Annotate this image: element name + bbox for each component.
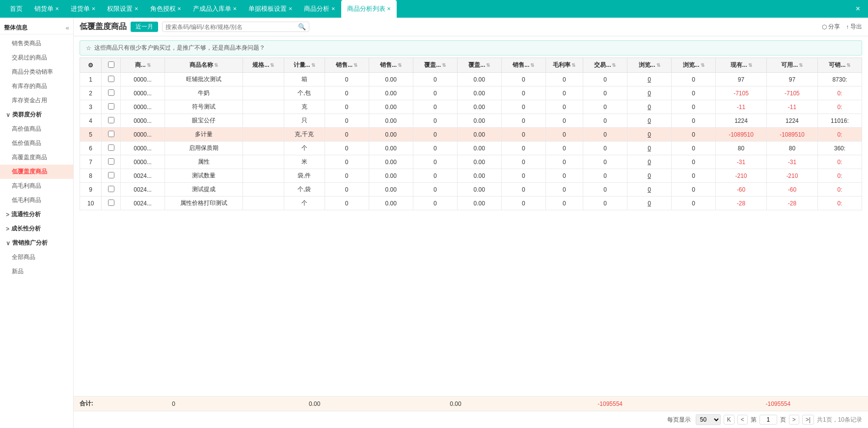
col-available-header[interactable]: 可用...⇅ xyxy=(766,58,817,73)
row-sellable: 11016: xyxy=(817,114,862,128)
share-button[interactable]: ⬡ 分享 xyxy=(822,23,840,31)
col-cover2-header[interactable]: 覆盖...⇅ xyxy=(457,58,501,73)
col-browse1-header[interactable]: 浏览...⇅ xyxy=(627,58,672,73)
sidebar-section-flow[interactable]: > 流通性分析 xyxy=(0,207,73,222)
row-checkbox[interactable] xyxy=(102,183,121,197)
sidebar-item-capital[interactable]: 库存资金占用 xyxy=(0,93,73,108)
row-browse2: 0 xyxy=(672,73,716,86)
row-browse1[interactable]: 0 xyxy=(627,128,672,142)
nav-home[interactable]: 首页 xyxy=(4,0,28,18)
page-label: 第 xyxy=(751,416,757,424)
close-button[interactable]: × xyxy=(852,4,864,13)
row-browse1[interactable]: 0 xyxy=(627,155,672,169)
settings-icon[interactable]: ⚙ xyxy=(88,62,93,69)
col-name-header[interactable]: 商品名称⇅ xyxy=(165,58,243,73)
table-container[interactable]: ⚙ 商...⇅ 商品名称⇅ 规格...⇅ 计量...⇅ 销售...⇅ 销售...… xyxy=(74,57,868,396)
export-button[interactable]: ↑ 导出 xyxy=(846,23,862,31)
select-all-checkbox[interactable] xyxy=(108,61,114,68)
row-browse1[interactable]: 0 xyxy=(627,73,672,86)
col-sales1-header[interactable]: 销售...⇅ xyxy=(325,58,369,73)
sidebar-section-marketing[interactable]: ∨ 营销推广分析 xyxy=(0,236,73,250)
sidebar-item-all-goods[interactable]: 全部商品 xyxy=(0,250,73,264)
col-cover1-header[interactable]: 覆盖...⇅ xyxy=(413,58,457,73)
col-checkbox-header[interactable] xyxy=(102,58,121,73)
nav-analysis-list[interactable]: 商品分析列表 × xyxy=(341,0,397,18)
last-page-btn[interactable]: >| xyxy=(802,415,814,425)
sidebar-item-low-coverage[interactable]: 低覆盖度商品 xyxy=(0,165,73,179)
col-spec-header[interactable]: 规格...⇅ xyxy=(243,58,284,73)
prev-page-btn[interactable]: < xyxy=(737,415,748,425)
table-row: 6 0000... 启用保质期 个 0 0.00 0 0.00 0 0 0 0 … xyxy=(80,142,862,155)
row-checkbox[interactable] xyxy=(102,114,121,128)
row-available: 80 xyxy=(766,142,817,155)
row-checkbox[interactable] xyxy=(102,86,121,100)
period-button[interactable]: 近一月 xyxy=(131,22,158,32)
search-input[interactable] xyxy=(165,24,298,30)
row-browse1[interactable]: 0 xyxy=(627,197,672,210)
col-sellable-header[interactable]: 可销...⇅ xyxy=(817,58,862,73)
nav-product[interactable]: 产成品入库单 × xyxy=(187,0,243,18)
row-browse1[interactable]: 0 xyxy=(627,169,672,183)
sidebar-item-high-margin[interactable]: 高毛利商品 xyxy=(0,179,73,193)
first-page-btn[interactable]: K xyxy=(724,415,734,425)
row-browse1[interactable]: 0 xyxy=(627,183,672,197)
sidebar-item-low-value[interactable]: 低价值商品 xyxy=(0,136,73,150)
row-browse1[interactable]: 0 xyxy=(627,100,672,114)
sidebar-item-high-coverage[interactable]: 高覆盖度商品 xyxy=(0,150,73,165)
nav-permissions[interactable]: 权限设置 × xyxy=(101,0,144,18)
col-sales3-header[interactable]: 销售...⇅ xyxy=(501,58,545,73)
main-layout: 整体信息 « 销售类商品 交易过的商品 商品分类动销率 有库存的商品 库存资金占… xyxy=(0,18,868,428)
row-sales2: 0.00 xyxy=(369,128,413,142)
row-sales1: 0 xyxy=(325,155,369,169)
nav-analysis[interactable]: 商品分析 × xyxy=(298,0,341,18)
sidebar-item-category-rate[interactable]: 商品分类动销率 xyxy=(0,65,73,79)
col-unit-header[interactable]: 计量...⇅ xyxy=(284,58,325,73)
col-current-header[interactable]: 现有...⇅ xyxy=(716,58,767,73)
sidebar-section-group[interactable]: ∨ 类群度分析 xyxy=(0,108,73,122)
nav-role[interactable]: 角色授权 × xyxy=(144,0,187,18)
row-cover2: 0.00 xyxy=(457,128,501,142)
sidebar-item-high-value[interactable]: 高价值商品 xyxy=(0,122,73,136)
col-trade-header[interactable]: 交易...⇅ xyxy=(583,58,627,73)
sidebar-collapse-btn[interactable]: « xyxy=(66,24,69,31)
sidebar-item-inventory-goods[interactable]: 有库存的商品 xyxy=(0,79,73,93)
nav-purchase[interactable]: 进货单 × xyxy=(65,0,101,18)
info-text: 这些商品只有很少客户购买过，是推广不够，还是商品本身问题？ xyxy=(94,44,265,52)
sidebar-item-new-goods[interactable]: 新品 xyxy=(0,264,73,279)
row-checkbox[interactable] xyxy=(102,155,121,169)
row-checkbox[interactable] xyxy=(102,128,121,142)
row-sales3: 0 xyxy=(501,73,545,86)
search-icon: 🔍 xyxy=(298,23,306,30)
sidebar-item-traded-goods[interactable]: 交易过的商品 xyxy=(0,51,73,65)
col-settings[interactable]: ⚙ xyxy=(80,58,102,73)
row-checkbox[interactable] xyxy=(102,73,121,86)
row-checkbox[interactable] xyxy=(102,100,121,114)
page-size-select[interactable]: 50 100 200 xyxy=(696,414,721,425)
col-code-header[interactable]: 商...⇅ xyxy=(121,58,165,73)
row-browse1[interactable]: 0 xyxy=(627,142,672,155)
nav-template[interactable]: 单据模板设置 × xyxy=(243,0,298,18)
row-num: 2 xyxy=(80,86,102,100)
sidebar-section-marketing-label: 营销推广分析 xyxy=(12,239,48,247)
row-checkbox[interactable] xyxy=(102,142,121,155)
row-browse1[interactable]: 0 xyxy=(627,114,672,128)
row-cover2: 0.00 xyxy=(457,142,501,155)
row-cover1: 0 xyxy=(413,86,457,100)
nav-sales[interactable]: 销货单 × xyxy=(28,0,65,18)
page-input[interactable] xyxy=(760,415,777,425)
col-browse2-header[interactable]: 浏览...⇅ xyxy=(672,58,716,73)
next-page-btn[interactable]: > xyxy=(789,415,799,425)
row-checkbox[interactable] xyxy=(102,169,121,183)
col-sales2-header[interactable]: 销售...⇅ xyxy=(369,58,413,73)
sidebar-section-growth[interactable]: > 成长性分析 xyxy=(0,222,73,236)
sidebar-item-low-margin[interactable]: 低毛利商品 xyxy=(0,193,73,207)
row-sales3: 0 xyxy=(501,169,545,183)
row-browse1[interactable]: 0 xyxy=(627,86,672,100)
row-browse2: 0 xyxy=(672,183,716,197)
row-sales3: 0 xyxy=(501,86,545,100)
row-checkbox[interactable] xyxy=(102,197,121,210)
row-sales2: 0.00 xyxy=(369,142,413,155)
col-gross-header[interactable]: 毛利率⇅ xyxy=(545,58,583,73)
row-sales1: 0 xyxy=(325,86,369,100)
sidebar-item-sales-goods[interactable]: 销售类商品 xyxy=(0,36,73,51)
